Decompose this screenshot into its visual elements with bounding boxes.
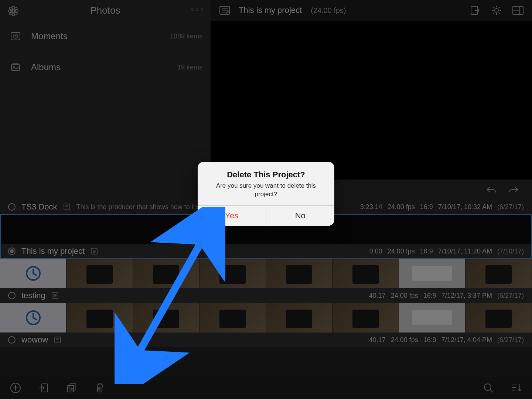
export-icon[interactable] (468, 3, 482, 18)
preview-header: This is my project (24.00 fps) (211, 0, 532, 21)
thumbnail-strip (0, 259, 532, 288)
radio-unselected-icon[interactable] (8, 336, 16, 344)
radio-selected-icon[interactable] (8, 248, 16, 255)
dialog-title: Delete This Project? (205, 170, 327, 180)
layout-icon[interactable] (511, 3, 525, 18)
project-name: TS3 Dock (21, 202, 57, 212)
project-meta: 40.17 24.00 fps 16:9 7/12/17, 4:04 PM (6… (369, 336, 524, 344)
sort-icon[interactable] (510, 381, 523, 395)
dialog-yes-button[interactable]: Yes (198, 206, 266, 226)
delete-project-dialog: Delete This Project? Are you sure you wa… (198, 162, 334, 226)
search-icon[interactable] (482, 381, 495, 395)
svg-point-17 (495, 8, 498, 12)
project-meta: 0.00 24.00 fps 16:9 7/10/17, 11:20 AM (7… (369, 248, 524, 255)
video-viewport[interactable] (211, 21, 532, 180)
undo-icon[interactable] (484, 182, 499, 197)
note-icon[interactable] (91, 248, 98, 255)
sidebar-item-label: Moments (31, 31, 170, 41)
import-icon[interactable] (37, 381, 50, 395)
project-title: This is my project (239, 6, 302, 15)
add-icon[interactable] (9, 381, 22, 395)
svg-point-29 (484, 384, 491, 391)
thumbnail-strip (0, 303, 532, 332)
project-row[interactable]: wowow 40.17 24.00 fps 16:9 7/12/17, 4:04… (0, 303, 532, 347)
note-icon[interactable] (54, 336, 61, 344)
sidebar-item-label: Albums (31, 62, 177, 72)
duplicate-icon[interactable] (65, 381, 78, 395)
project-row[interactable]: testing 40.17 24.00 fps 16:9 7/12/17, 3:… (0, 259, 532, 303)
project-meta: 40.17 24.00 fps 16:9 7/12/17, 3:37 PM (6… (369, 292, 524, 300)
radio-unselected-icon[interactable] (8, 203, 16, 211)
sidebar-header: Photos (0, 0, 211, 21)
svg-rect-28 (70, 383, 76, 390)
sidebar-item-moments[interactable]: Moments 1089 items (0, 21, 211, 52)
gear-icon[interactable] (489, 3, 504, 18)
svg-rect-12 (13, 64, 18, 65)
sidebar-item-albums[interactable]: Albums 19 items (0, 52, 211, 83)
note-icon[interactable] (63, 203, 71, 211)
project-list: TS3 Dock This is the producer that shows… (0, 200, 532, 399)
project-meta: 3:23.14 24.00 fps 16:9 7/10/17, 10:32 AM… (360, 203, 524, 211)
add-to-list-icon[interactable] (217, 3, 232, 18)
photos-app-icon (7, 5, 19, 17)
project-name: This is my project (21, 246, 85, 256)
project-name: wowow (21, 335, 48, 345)
trash-icon[interactable] (93, 381, 106, 395)
sidebar-item-count: 19 items (177, 64, 202, 71)
note-icon[interactable] (51, 292, 59, 299)
photos-sidebar: Photos Moments 1089 items Albums 19 item… (0, 0, 211, 200)
albums-icon (8, 62, 23, 73)
more-icon[interactable] (191, 8, 203, 11)
project-fps: (24.00 fps) (311, 6, 346, 15)
dialog-message: Are you sure you want to delete this pro… (205, 182, 327, 199)
clock-icon (8, 31, 23, 42)
svg-rect-18 (513, 6, 523, 14)
project-name: testing (21, 291, 45, 300)
project-toolbar (0, 377, 532, 399)
sidebar-item-count: 1089 items (170, 33, 202, 40)
redo-icon[interactable] (506, 182, 521, 197)
radio-unselected-icon[interactable] (8, 292, 16, 299)
sidebar-title: Photos (91, 5, 120, 16)
dialog-no-button[interactable]: No (266, 206, 335, 226)
